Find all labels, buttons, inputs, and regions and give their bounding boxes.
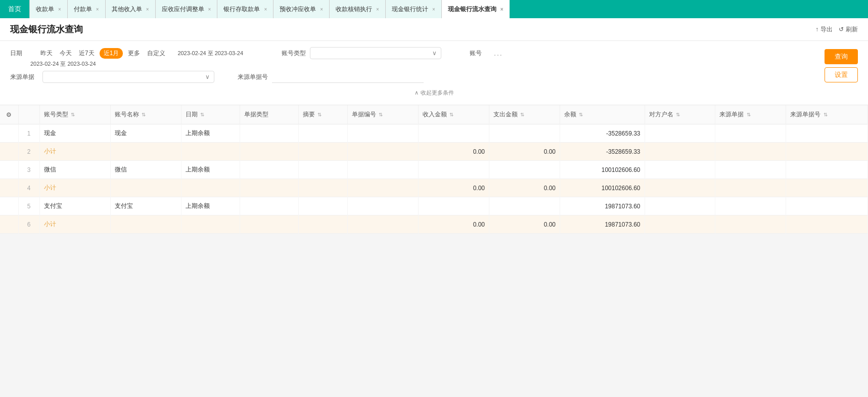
- table-cell: [786, 143, 868, 161]
- chevron-down-icon: ∨: [432, 50, 437, 57]
- export-button[interactable]: ↑ 导出: [815, 25, 833, 34]
- account-dots-button[interactable]: ...: [494, 49, 503, 57]
- date-opt-custom[interactable]: 自定义: [145, 48, 167, 59]
- date-options: 昨天 今天 近7天 近1月 更多 自定义: [38, 48, 167, 59]
- table-cell: [489, 161, 560, 179]
- tab-payment[interactable]: 付款单 ×: [67, 0, 105, 18]
- source-doc-num-input[interactable]: [272, 71, 424, 83]
- close-icon[interactable]: ×: [376, 7, 379, 12]
- collapse-icon: ∧: [415, 90, 419, 96]
- sort-icon: ⇅: [520, 112, 524, 117]
- column-account-name[interactable]: 账号名称 ⇅: [110, 105, 181, 124]
- table-cell: 4: [18, 179, 39, 197]
- table-cell: [715, 143, 786, 161]
- sort-icon: ⇅: [200, 112, 204, 117]
- table-container: ⚙ 账号类型 ⇅ 账号名称 ⇅ 日期 ⇅ 单据类型 摘要: [0, 105, 868, 234]
- table-cell: [348, 143, 419, 161]
- close-icon[interactable]: ×: [500, 7, 504, 12]
- table-cell: [0, 215, 18, 234]
- column-counterpart[interactable]: 对方户名 ⇅: [645, 105, 715, 124]
- tab-adjustment[interactable]: 应收应付调整单 ×: [155, 0, 217, 18]
- tab-cash-bank-flow[interactable]: 现金银行流水查询 ×: [441, 0, 510, 18]
- table-cell: 现金: [110, 124, 181, 143]
- home-tab[interactable]: 首页: [0, 0, 29, 18]
- account-type-label: 账号类型: [282, 49, 306, 58]
- column-date[interactable]: 日期 ⇅: [181, 105, 240, 124]
- tab-receipt[interactable]: 收款单 ×: [29, 0, 67, 18]
- column-account-type[interactable]: 账号类型 ⇅: [39, 105, 110, 124]
- column-doc-no[interactable]: 单据编号 ⇅: [348, 105, 419, 124]
- sort-icon: ⇅: [824, 112, 828, 117]
- close-icon[interactable]: ×: [264, 7, 267, 12]
- date-opt-more[interactable]: 更多: [126, 48, 142, 59]
- table-cell: [786, 161, 868, 179]
- column-summary[interactable]: 摘要 ⇅: [299, 105, 348, 124]
- table-cell: [240, 197, 298, 215]
- table-cell: 微信: [110, 161, 181, 179]
- source-doc-label: 来源单据: [10, 73, 34, 81]
- table-cell: [645, 161, 715, 179]
- table-cell: [348, 197, 419, 215]
- table-header-row: ⚙ 账号类型 ⇅ 账号名称 ⇅ 日期 ⇅ 单据类型 摘要: [0, 105, 868, 124]
- column-source-doc-no[interactable]: 来源单据号 ⇅: [786, 105, 868, 124]
- table-cell: [715, 197, 786, 215]
- page-header: 现金银行流水查询 ↑ 导出 ↺ 刷新: [0, 18, 868, 41]
- table-cell: [715, 161, 786, 179]
- table-cell: 小计: [39, 179, 110, 197]
- table-cell: 上期余额: [181, 124, 240, 143]
- query-button[interactable]: 查询: [825, 49, 858, 64]
- column-balance[interactable]: 余额 ⇅: [560, 105, 645, 124]
- date-label: 日期: [10, 49, 30, 58]
- table-cell: [348, 179, 419, 197]
- collapse-bar[interactable]: ∧ 收起更多条件: [10, 87, 858, 99]
- date-opt-7days[interactable]: 近7天: [77, 48, 97, 59]
- sort-icon: ⇅: [317, 112, 322, 117]
- table-cell: 1: [18, 124, 39, 143]
- table-cell: [240, 161, 298, 179]
- column-num: [18, 105, 39, 124]
- date-opt-yesterday[interactable]: 昨天: [38, 48, 55, 59]
- refresh-button[interactable]: ↺ 刷新: [839, 25, 858, 34]
- tab-prepay[interactable]: 预收冲应收单 ×: [273, 0, 329, 18]
- table-cell: [299, 124, 348, 143]
- table-cell: [786, 197, 868, 215]
- table-cell: 3: [18, 161, 39, 179]
- table-cell: [240, 215, 298, 234]
- refresh-icon: ↺: [839, 26, 844, 33]
- column-doc-type: 单据类型: [240, 105, 298, 124]
- close-icon[interactable]: ×: [320, 7, 323, 12]
- close-icon[interactable]: ×: [146, 7, 149, 12]
- account-type-select[interactable]: ∨: [310, 47, 441, 59]
- date-opt-today[interactable]: 今天: [58, 48, 74, 59]
- column-expense[interactable]: 支出金额 ⇅: [489, 105, 560, 124]
- tab-verify[interactable]: 收款核销执行 ×: [329, 0, 385, 18]
- source-doc-select[interactable]: ∨: [42, 71, 214, 83]
- sort-icon: ⇅: [142, 112, 146, 117]
- table-cell: 6: [18, 215, 39, 234]
- close-icon[interactable]: ×: [58, 7, 61, 12]
- table-cell: 2: [18, 143, 39, 161]
- table-cell: [645, 197, 715, 215]
- chevron-down-icon-2: ∨: [205, 73, 210, 80]
- account-label: 账号: [470, 49, 490, 58]
- table-cell: [645, 179, 715, 197]
- column-gear[interactable]: ⚙: [0, 105, 18, 124]
- tab-cash-bank-stats[interactable]: 现金银行统计 ×: [385, 0, 441, 18]
- sort-icon: ⇅: [676, 112, 680, 117]
- header-actions: ↑ 导出 ↺ 刷新: [815, 25, 858, 34]
- table-cell: 19871073.60: [560, 197, 645, 215]
- close-icon[interactable]: ×: [96, 7, 99, 12]
- date-opt-1month[interactable]: 近1月: [100, 48, 123, 59]
- table-cell: -3528659.33: [560, 124, 645, 143]
- filter-row-2: 来源单据 ∨ 来源单据号: [10, 71, 816, 83]
- close-icon[interactable]: ×: [432, 7, 435, 12]
- column-income[interactable]: 收入金额 ⇅: [419, 105, 489, 124]
- tab-other-income[interactable]: 其他收入单 ×: [105, 0, 155, 18]
- close-icon[interactable]: ×: [208, 7, 211, 12]
- table-cell: 0.00: [489, 215, 560, 234]
- tab-bank-deposit[interactable]: 银行存取款单 ×: [217, 0, 273, 18]
- column-source-doc[interactable]: 来源单据 ⇅: [715, 105, 786, 124]
- date-range-display: 2023-02-24 至 2023-03-24: [30, 61, 96, 67]
- settings-button[interactable]: 设置: [825, 67, 858, 82]
- table-cell: [181, 143, 240, 161]
